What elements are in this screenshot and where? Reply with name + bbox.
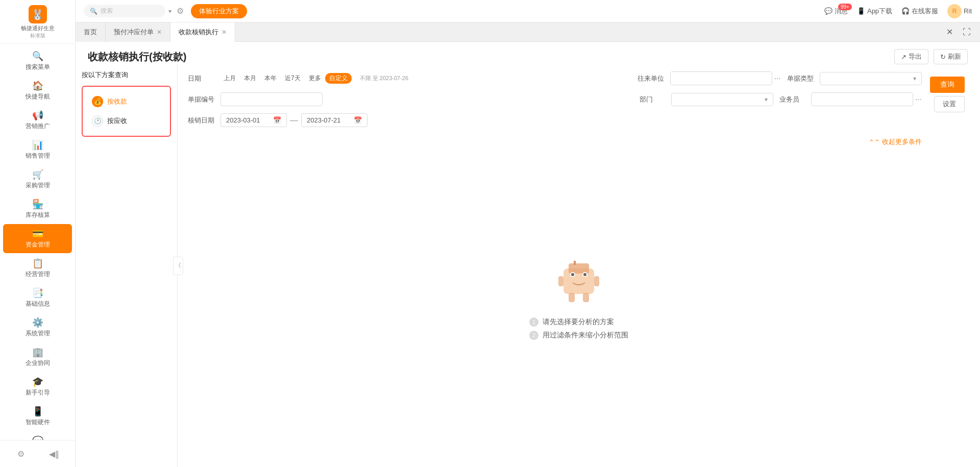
export-button[interactable]: ↗ 导出: [894, 49, 928, 64]
wechat-icon: 💬: [32, 435, 43, 440]
date-shortcuts: 上月 本月 本年 近7天 更多 自定义: [219, 72, 352, 84]
filter-bar: 日期 上月 本月 本年 近7天 更多 自定义 不限 至 2023-07-26: [178, 64, 980, 152]
download-icon: 📱: [857, 7, 865, 15]
sidebar-item-system[interactable]: ⚙️ 系统管理: [3, 313, 72, 342]
right-content: 日期 上月 本月 本年 近7天 更多 自定义 不限 至 2023-07-26: [178, 64, 980, 467]
writeoff-date-to[interactable]: 2023-07-21 📅: [301, 113, 368, 127]
sidebar-item-basic-info-label: 基础信息: [26, 300, 50, 308]
sidebar-item-basic-info[interactable]: 📑 基础信息: [3, 283, 72, 312]
calendar-from-icon: 📅: [273, 116, 281, 124]
export-icon: ↗: [901, 53, 906, 61]
panel-collapse-button[interactable]: 《: [173, 257, 183, 275]
header-chevron-icon[interactable]: ▾: [168, 8, 172, 15]
tab-home-label: 首页: [84, 28, 97, 37]
filter-row-1: 日期 上月 本月 本年 近7天 更多 自定义 不限 至 2023-07-26: [188, 71, 922, 85]
sidebar-item-search[interactable]: 🔍 搜索菜单: [3, 46, 72, 76]
sidebar-item-purchase[interactable]: 🛒 采购管理: [3, 165, 72, 194]
collection-icon-circle: 💰: [92, 96, 103, 107]
svg-rect-7: [558, 276, 564, 286]
sidebar-item-enterprise[interactable]: 🏢 企业协同: [3, 342, 72, 372]
collapse-sidebar-btn[interactable]: ◀‖: [46, 446, 62, 462]
solution-button[interactable]: 体验行业方案: [191, 4, 247, 18]
filter-by-collection[interactable]: 💰 按收款: [87, 92, 166, 111]
user-avatar: R: [947, 4, 962, 18]
basic-info-icon: 📑: [32, 287, 43, 299]
content-area: 收款核销执行(按收款) ↗ 导出 ↻ 刷新 按以下方案查询 💰: [76, 42, 980, 467]
sidebar-item-sales[interactable]: 📊 销售管理: [3, 135, 72, 164]
doc-type-filter-label: 单据类型: [787, 74, 814, 83]
home-icon: 🏠: [32, 80, 43, 91]
sidebar-item-system-label: 系统管理: [26, 329, 50, 338]
sidebar-item-finance[interactable]: 💳 资金管理: [3, 224, 72, 253]
svg-point-5: [571, 273, 574, 276]
salesman-dots[interactable]: ···: [915, 95, 922, 104]
user-profile[interactable]: R Rit: [947, 4, 972, 18]
export-label: 导出: [909, 52, 922, 61]
online-service-label: 在线客服: [912, 7, 938, 16]
date-sub-label: 不限 至 2023-07-26: [360, 75, 408, 82]
tab-home[interactable]: 首页: [76, 22, 106, 42]
search-icon-header: 🔍: [90, 8, 97, 15]
receivable-icon-circle: 🕐: [92, 115, 103, 127]
dept-filter-label: 部门: [640, 95, 665, 104]
sidebar-item-quicknav[interactable]: 🏠 快捷导航: [3, 76, 72, 105]
sidebar-item-guide[interactable]: 🎓 新手引导: [3, 372, 72, 401]
sidebar-item-purchase-label: 采购管理: [26, 181, 50, 190]
sidebar-item-wechat[interactable]: 💬 企业微信: [3, 431, 72, 440]
sidebar-item-hardware-label: 智能硬件: [26, 418, 50, 427]
setting-button[interactable]: 设置: [934, 96, 965, 112]
filter-options-border: 💰 按收款 🕐 按应收: [82, 86, 171, 137]
tab-expand-btn[interactable]: ⛶: [960, 25, 974, 39]
tab-prepay-close-icon[interactable]: ✕: [157, 29, 162, 36]
date-more[interactable]: 更多: [305, 72, 325, 84]
sidebar: 🐰 畅捷通好生意 标准版 🔍 搜索菜单 🏠 快捷导航 📢 营销推广 📊 销售管理…: [0, 0, 76, 467]
refresh-label: 刷新: [948, 52, 961, 61]
refresh-icon: ↻: [940, 53, 946, 61]
collapse-conditions-row[interactable]: ⌃⌃ 收起更多条件: [188, 134, 922, 152]
salesman-input[interactable]: [811, 92, 913, 106]
tab-prepay[interactable]: 预付冲应付单 ✕: [106, 22, 170, 42]
writeoff-date-from[interactable]: 2023-03-01 📅: [220, 113, 287, 127]
contact-dots[interactable]: ···: [774, 74, 781, 83]
sidebar-item-inventory[interactable]: 🏪 库存核算: [3, 194, 72, 224]
sidebar-item-marketing[interactable]: 📢 营销推广: [3, 106, 72, 135]
settings-bottom-btn[interactable]: ⚙: [13, 446, 29, 462]
header-right: 💬 消息 99+ 📱 App下载 🎧 在线客服 R Rit: [824, 4, 972, 18]
query-button[interactable]: 查询: [930, 77, 965, 93]
date-this-year[interactable]: 本年: [260, 72, 281, 84]
date-filter-label: 日期: [188, 74, 213, 83]
sidebar-item-hardware[interactable]: 📱 智能硬件: [3, 402, 72, 431]
doc-type-select[interactable]: ▾: [820, 72, 922, 85]
date-custom-tag[interactable]: 自定义: [325, 73, 352, 84]
contact-input[interactable]: [670, 71, 772, 85]
refresh-button[interactable]: ↻ 刷新: [934, 49, 968, 64]
date-this-month[interactable]: 本月: [240, 72, 260, 84]
header-gear-icon[interactable]: ⚙: [177, 6, 184, 16]
guide-icon: 🎓: [32, 376, 43, 387]
logo-area: 🐰 畅捷通好生意 标准版: [0, 0, 75, 44]
dept-select[interactable]: ▾: [671, 93, 773, 106]
sidebar-item-operations[interactable]: 📋 经营管理: [3, 254, 72, 283]
date-last-month[interactable]: 上月: [219, 72, 240, 84]
tab-collection-close-icon[interactable]: ✕: [222, 29, 227, 36]
inventory-icon: 🏪: [32, 199, 43, 210]
tab-close-all-btn[interactable]: ✕: [942, 25, 957, 39]
app-download-button[interactable]: 📱 App下载: [857, 7, 892, 16]
svg-rect-8: [594, 276, 599, 286]
dept-select-group: ▾: [671, 93, 773, 106]
doc-no-input[interactable]: [220, 92, 323, 106]
message-button[interactable]: 💬 消息 99+: [824, 7, 848, 16]
logo-icon: 🐰: [29, 5, 47, 23]
date-last-7days[interactable]: 近7天: [281, 72, 305, 84]
contact-filter-label: 往来单位: [638, 74, 664, 83]
filter-by-receivable[interactable]: 🕐 按应收: [87, 111, 166, 131]
tab-bar-actions: ✕ ⛶: [942, 25, 980, 39]
sidebar-item-guide-label: 新手引导: [26, 388, 50, 397]
writeoff-date-from-value: 2023-03-01: [226, 116, 260, 124]
user-name: Rit: [964, 7, 972, 15]
header-search[interactable]: 🔍 搜索: [84, 5, 165, 17]
online-service-button[interactable]: 🎧 在线客服: [901, 7, 938, 16]
tab-collection[interactable]: 收款核销执行 ✕: [170, 22, 235, 42]
tip-num-2: 2: [529, 331, 538, 340]
filter-by-receivable-label: 按应收: [107, 116, 127, 126]
